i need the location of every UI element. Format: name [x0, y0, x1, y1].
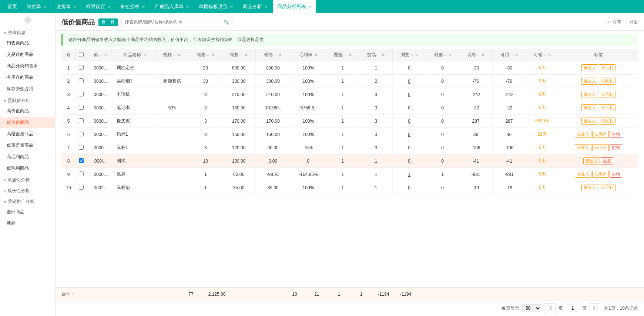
col-views2[interactable]: 浏览... ⇅ [426, 49, 459, 61]
row-saleable: 0天 [526, 141, 559, 154]
row-name: 鼠标 [114, 168, 155, 181]
export-button[interactable]: ↓ 导出 [626, 19, 638, 26]
col-current-stock[interactable]: 现有... ⇅ [459, 49, 493, 61]
sidebar-item-高覆盖量商品[interactable]: 高覆盖量商品 [0, 128, 55, 140]
col-saleable[interactable]: 可销... ⇅ [526, 49, 559, 61]
nav-item-单据模板设置[interactable]: 单据模板设置✕ [194, 0, 238, 13]
row-current-stock: -22 [459, 101, 493, 115]
row-transactions: 1 [359, 154, 393, 168]
col-available[interactable]: 可用... ⇅ [492, 49, 526, 61]
col-margin[interactable]: 毛利率 ⇅ [291, 49, 326, 61]
tag-低毛利: 低毛利 [592, 144, 609, 151]
sidebar-item-低价值商品[interactable]: 低价值商品 [0, 117, 55, 128]
sidebar-item-全部商品[interactable]: 全部商品 [0, 206, 55, 218]
nav-item-进货单[interactable]: 进货单✕ [52, 0, 81, 13]
sidebar-group-营销推广分析[interactable]: ∨营销推广分析 [0, 196, 55, 206]
sidebar-item-库存资金占用[interactable]: 库存资金占用 [0, 83, 55, 95]
col-sales-qty[interactable]: 销售... ⇅ [189, 49, 222, 61]
row-sales-qty: 30 [189, 75, 222, 88]
sidebar-item-低覆盖量商品[interactable]: 低覆盖量商品 [0, 140, 55, 151]
first-page-btn[interactable]: 《 [544, 303, 556, 313]
nav-close-进货单[interactable]: ✕ [73, 4, 76, 9]
table-row: 8000/...测试10100.000.0001100-41-410天低收入重量 [61, 154, 638, 168]
total-sales-price: 2,125.00 [202, 292, 232, 297]
nav-close-单据模板设置[interactable]: ✕ [230, 4, 233, 9]
row-checkbox[interactable] [76, 115, 87, 128]
row-no: 10 [61, 181, 76, 194]
nav-close-商品分析[interactable]: ✕ [264, 4, 268, 9]
sidebar-group-整体信息[interactable]: ∨整体信息 [0, 27, 55, 37]
row-views1[interactable]: 0 [393, 154, 426, 168]
row-views1[interactable]: 0 [393, 181, 426, 194]
nav-close-角色授权[interactable]: ✕ [142, 4, 145, 9]
nav-item-商品分析[interactable]: 商品分析✕ [238, 0, 272, 13]
col-name[interactable]: 商品名称 ⇅ [114, 49, 155, 61]
sidebar-item-销售类商品[interactable]: 销售类商品 [0, 37, 55, 49]
row-sales-price: 800.00 [222, 61, 255, 75]
sidebar-item-新品[interactable]: 新品 [0, 218, 55, 229]
row-views1[interactable]: 0 [393, 101, 426, 115]
nav-item-产成品入库单[interactable]: 产成品入库单✕ [150, 0, 194, 13]
sidebar-item-商品分类销售率[interactable]: 商品分类销售率 [0, 60, 55, 72]
row-views1[interactable]: 1 [393, 168, 426, 181]
row-checkbox[interactable] [76, 141, 87, 154]
col-gear[interactable]: ⚙ [61, 49, 76, 61]
nav-close-权限设置[interactable]: ✕ [107, 4, 111, 9]
row-checkbox[interactable] [76, 181, 87, 194]
col-sales-amount[interactable]: 销售... ⇅ [255, 49, 291, 61]
row-checkbox[interactable] [76, 88, 87, 101]
row-checkbox[interactable] [76, 61, 87, 75]
row-views1[interactable]: 0 [393, 75, 426, 88]
nav-close-商品分析列表[interactable]: ✕ [308, 4, 312, 9]
page-input[interactable] [566, 305, 579, 312]
nav-close-销货单[interactable]: ✕ [43, 4, 47, 9]
col-sales-price[interactable]: 销售... ⇅ [222, 49, 255, 61]
sidebar-item-有库存的商品[interactable]: 有库存的商品 [0, 72, 55, 83]
sidebar-group-流通性分析[interactable]: >流通性分析 [0, 174, 55, 185]
row-spec [155, 141, 189, 154]
row-checkbox[interactable] [76, 168, 87, 181]
row-checkbox[interactable] [76, 154, 87, 168]
sidebar-item-交易过的商品[interactable]: 交易过的商品 [0, 49, 55, 60]
share-button[interactable]: ↗ 分享 [607, 19, 621, 26]
sidebar-group-贡献值分析[interactable]: ∨贡献值分析 [0, 95, 55, 105]
row-views1[interactable]: 0 [393, 88, 426, 101]
row-checkbox[interactable] [76, 75, 87, 88]
sidebar-item-高毛利商品[interactable]: 高毛利商品 [0, 151, 55, 163]
row-views1[interactable]: 0 [393, 61, 426, 75]
row-available: -41 [492, 154, 526, 168]
sidebar-item-高价值商品[interactable]: 高价值商品 [0, 105, 55, 117]
nav-item-销货单[interactable]: 销货单✕ [22, 0, 51, 13]
row-views1[interactable]: 0 [393, 141, 426, 154]
total-coverage: 10 [284, 292, 306, 297]
search-icon[interactable]: 🔍 [224, 20, 229, 25]
row-checkbox[interactable] [76, 101, 87, 115]
row-available: -981 [492, 168, 526, 181]
sidebar-group-成长性分析[interactable]: >成长性分析 [0, 185, 55, 196]
col-views1[interactable]: 浏览... ⇅ [393, 49, 426, 61]
row-views1[interactable]: 0 [393, 115, 426, 128]
col-spec[interactable]: 规格... ⇅ [155, 49, 189, 61]
per-page-select[interactable]: 50 20 100 [522, 304, 541, 312]
row-margin: -5766.6... [291, 101, 326, 115]
select-all-checkbox[interactable] [79, 52, 84, 57]
col-transactions[interactable]: 交易... ⇅ [359, 49, 393, 61]
nav-item-权限设置[interactable]: 权限设置✕ [81, 0, 115, 13]
tag-recent[interactable]: 近一月 [98, 18, 118, 26]
nav-item-商品分析列表[interactable]: 商品分析列表✕ [273, 0, 316, 13]
sidebar-item-低毛利商品[interactable]: 低毛利商品 [0, 163, 55, 174]
nav-item-首页[interactable]: 首页 [3, 0, 21, 13]
next-page-btn[interactable]: 》 [590, 303, 601, 313]
row-sales-amount: 170.00 [255, 115, 291, 128]
col-code[interactable]: 商... ⇅ [87, 49, 114, 61]
row-sales-qty: 1 [189, 168, 222, 181]
nav-close-产成品入库单[interactable]: ✕ [186, 4, 189, 9]
row-checkbox[interactable] [76, 128, 87, 141]
row-transactions: 3 [359, 115, 393, 128]
sidebar-collapse-btn[interactable]: « [24, 16, 31, 24]
col-coverage[interactable]: 覆盖... ⇅ [326, 49, 359, 61]
row-name: 笔记本 [114, 101, 155, 115]
search-input[interactable] [125, 20, 224, 25]
row-views1[interactable]: 0 [393, 128, 426, 141]
nav-item-角色授权[interactable]: 角色授权✕ [116, 0, 150, 13]
